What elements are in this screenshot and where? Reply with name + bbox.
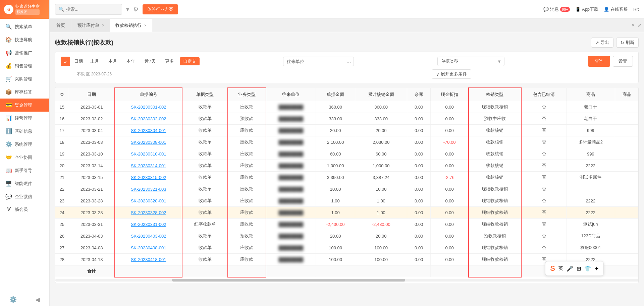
col-header-settings[interactable]: ⚙ [55,88,69,101]
bill-no-link[interactable]: SK-20230418-001 [131,257,166,262]
tab-collection-close[interactable]: × [144,23,147,28]
sidebar-item-guide[interactable]: 📖 新手引导 [0,164,49,177]
sidebar-item-basic[interactable]: ℹ️ 基础信息 [0,125,49,138]
expand-more-button[interactable]: ∨ 展开更多条件 [432,69,471,79]
filter-date-options: 上月 本月 本年 近7天 更多 自定义 [87,57,200,65]
sidebar-item-inventory[interactable]: 📦 库存核算 [0,85,49,99]
cell-biz-type: 应收款 [228,160,266,172]
filter-option-7days[interactable]: 近7天 [141,57,159,65]
cell-id: 26 [55,230,69,242]
bill-no-link[interactable]: SK-20230331-002 [131,222,166,227]
scrollbar-thumb[interactable] [172,279,405,282]
export-button[interactable]: ↗ 导出 [591,38,613,48]
message-action[interactable]: 💬 消息 99+ [543,6,570,12]
app-download-action[interactable]: 📱 App下载 [575,6,598,12]
sidebar-item-marketing[interactable]: 📢 营销推广 [0,46,49,59]
cell-verify-type: 现结收款核销 [469,242,521,254]
bill-no-link[interactable]: SK-20230310-001 [131,151,166,157]
sidebar-item-quick[interactable]: 🏠 快捷导航 [0,33,49,46]
bill-no-link[interactable]: SK-20230408-001 [131,245,166,250]
cell-goods1: 999 [566,125,615,136]
table-row[interactable]: 16 2023-03-02 SK-20230302-002 收款单 预收款 ██… [55,113,638,125]
table-row[interactable]: 17 2023-03-04 SK-20230304-001 收款单 应收款 ██… [55,125,638,136]
online-service-action[interactable]: 👤 在线客服 [604,6,628,12]
table-row[interactable]: 20 2023-03-14 SK-20230314-001 收款单 应收款 ██… [55,160,638,172]
sidebar-item-operations[interactable]: 📊 经营管理 [0,112,49,125]
table-row[interactable]: 18 2023-03-08 SK-20230308-001 收款单 应收款 ██… [55,136,638,148]
tab-home[interactable]: 首页 [50,19,72,32]
filter-option-this-month[interactable]: 本月 [105,57,120,65]
table-row[interactable]: 23 2023-03-28 SK-20230328-001 收款单 应收款 ██… [55,195,638,207]
table-row[interactable]: 27 2023-04-08 SK-20230408-001 收款单 应收款 ██… [55,242,638,254]
cell-partner: ████████ [266,242,316,254]
tab-close-all-icon[interactable]: ✕ [631,23,635,28]
filter-date-range: 不限 至 2023-07-26 [77,71,112,77]
sidebar-item-enterprise[interactable]: 🤝 企业协同 [0,151,49,164]
table-footer-row: 合计 [55,265,638,277]
bill-no-link[interactable]: SK-20230302-002 [131,116,166,121]
table-row[interactable]: 21 2023-03-15 SK-20230315-002 收款单 应收款 ██… [55,172,638,183]
sidebar-nav: 🔍 搜索菜单 🏠 快捷导航 📢 营销推广 💰 销售管理 🛒 采购管理 📦 库存核… [0,19,49,293]
table-row[interactable]: 19 2023-03-10 SK-20230310-001 收款单 应收款 ██… [55,148,638,160]
filter-unit-dots[interactable]: ... [344,57,354,66]
table-row[interactable]: 15 2023-03-01 SK-20230301-002 收款单 应收款 ██… [55,101,638,113]
cell-include-settled: 否 [521,160,567,172]
query-button[interactable]: 查询 [588,56,610,67]
filter-setting-button[interactable]: 设置 [613,56,633,67]
filter-option-custom[interactable]: 自定义 [180,57,200,65]
table-row[interactable]: 26 2023-04-03 SK-20230403-002 收款单 预收款 ██… [55,230,638,242]
cell-goods2 [615,101,638,113]
tab-collection[interactable]: 收款核销执行 × [110,19,152,32]
filter-option-more[interactable]: 更多 [162,57,177,65]
solution-button[interactable]: 体验行业方案 [143,4,178,14]
table-row[interactable]: 22 2023-03-21 SK-20230321-003 收款单 应收款 ██… [55,183,638,195]
refresh-button[interactable]: ↻ 刷新 [616,38,639,48]
cell-verify-type: 现结收款核销 [469,195,521,207]
sidebar-item-purchase[interactable]: 🛒 采购管理 [0,72,49,85]
settings-icon[interactable]: ⚙ [60,92,64,97]
bill-no-link[interactable]: SK-20230301-002 [131,105,166,110]
table-row[interactable]: 24 2023-03-28 SK-20230328-002 收款单 应收款 ██… [55,207,638,219]
settings-bottom-icon[interactable]: ⚙️ [9,296,17,303]
sidebar-item-system[interactable]: ⚙️ 系统管理 [0,138,49,151]
topbar-dropdown-icon[interactable]: ▾ [126,6,129,13]
sidebar-item-wechat[interactable]: 💬 企业微信 [0,190,49,203]
sidebar-item-hardware[interactable]: 🖥️ 智能硬件 [0,177,49,190]
table-row[interactable]: 28 2023-04-18 SK-20230418-001 收款单 应收款 ██… [55,254,638,265]
bill-no-link[interactable]: SK-20230315-002 [131,175,166,180]
filter-toggle-button[interactable]: » [61,57,70,66]
tab-payable[interactable]: 预计应付单 × [72,19,110,32]
sidebar-item-member[interactable]: V 畅会员 [0,203,49,216]
cell-balance: 0.00 [407,230,431,242]
cell-bill-no: SK-20230403-002 [115,230,182,242]
bill-no-link[interactable]: SK-20230328-001 [131,198,166,203]
table-row[interactable]: 25 2023-03-31 SK-20230331-002 红字收款单 应收款 … [55,219,638,230]
search-input[interactable] [66,7,118,12]
bill-no-link[interactable]: SK-20230403-002 [131,234,166,239]
sidebar-item-sales[interactable]: 💰 销售管理 [0,59,49,72]
user-name[interactable]: Rit [633,7,639,12]
bill-no-link[interactable]: SK-20230308-001 [131,140,166,145]
sidebar-item-search[interactable]: 🔍 搜索菜单 [0,20,49,33]
filter-type-arrow[interactable]: ▼ [494,58,504,65]
filter-bar: » 日期 上月 本月 本年 近7天 更多 自定义 ... 单据类型 [55,52,639,83]
filter-unit-input[interactable] [283,58,344,65]
sidebar-label-search: 搜索菜单 [15,24,32,30]
cell-biz-type: 应收款 [228,101,266,113]
bill-no-link[interactable]: SK-20230321-003 [131,187,166,192]
bill-no-link[interactable]: SK-20230328-002 [131,210,166,215]
collapse-icon[interactable]: ◀ [35,296,40,303]
tab-expand-icon[interactable]: ⤢ [638,23,641,28]
sidebar-item-finance[interactable]: 💳 资金管理 [0,99,49,112]
cell-goods1 [566,183,615,195]
cell-verify-type: 预收款核销 [469,230,521,242]
tab-payable-close[interactable]: × [102,23,104,28]
filter-option-last-month[interactable]: 上月 [87,57,102,65]
table-horizontal-scrollbar[interactable] [55,279,638,282]
bill-no-link[interactable]: SK-20230304-001 [131,128,166,133]
filter-option-this-year[interactable]: 本年 [123,57,139,65]
topbar-gear-icon[interactable]: ⚙ [133,6,139,13]
col-header-date: 日期 [69,88,115,101]
topbar-search-box[interactable]: 🔍 [55,4,122,15]
bill-no-link[interactable]: SK-20230314-001 [131,163,166,168]
